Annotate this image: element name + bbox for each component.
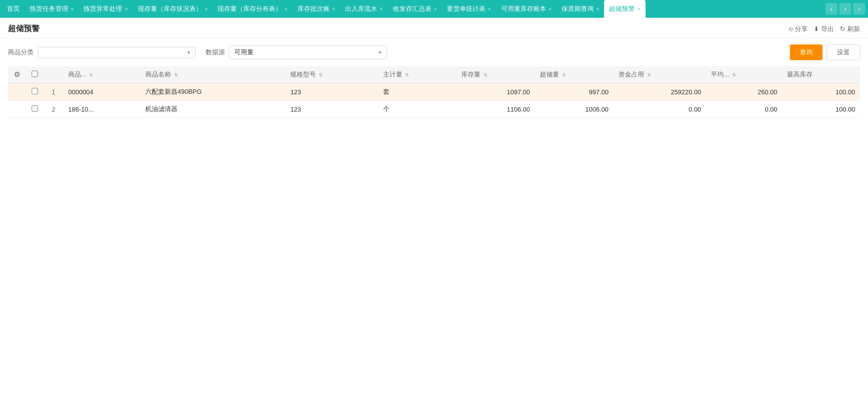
chevron-down-icon: ▾ <box>379 49 382 56</box>
close-icon[interactable]: × <box>596 6 599 12</box>
filter-bar: 商品分类 ▾ 数据源 可用量 ▾ 查询 设置 <box>0 39 868 66</box>
th-row-num <box>43 66 63 83</box>
nav-flow[interactable]: 出入库流水 × <box>340 0 388 18</box>
row-number: 2 <box>43 101 63 118</box>
datasource-filter-group: 数据源 可用量 ▾ <box>206 45 387 59</box>
overstock-table: ⚙ 商品... ⇅ 商品名称 ⇅ 规格型号 ⇅ <box>8 66 860 118</box>
nav-summary[interactable]: 收发存汇总表 × <box>388 0 442 18</box>
th-product-name[interactable]: 商品名称 ⇅ <box>140 66 285 83</box>
cell-overstock: 997.00 <box>535 83 613 101</box>
sort-icon: ⇅ <box>405 72 409 78</box>
close-icon[interactable]: × <box>71 6 74 12</box>
select-all-checkbox[interactable] <box>32 71 38 77</box>
th-avg[interactable]: 平均... ⇅ <box>706 66 782 83</box>
share-icon: ⎋ <box>789 25 793 33</box>
nav-available-stock[interactable]: 可用量库存账本 × <box>496 0 557 18</box>
sort-icon: ⇅ <box>89 72 93 78</box>
sort-icon: ⇅ <box>319 72 323 78</box>
nav-exception[interactable]: 拣货异常处理 × <box>79 0 132 18</box>
nav-task-mgmt[interactable]: 拣货任务管理 × <box>25 0 79 18</box>
nav-batch[interactable]: 库存批次账 × <box>293 0 340 18</box>
row-checkbox-cell <box>26 101 43 118</box>
datasource-select[interactable]: 可用量 ▾ <box>229 45 387 59</box>
close-icon[interactable]: × <box>488 6 491 12</box>
close-icon[interactable]: × <box>549 6 552 12</box>
th-overstock[interactable]: 超储量 ⇅ <box>535 66 613 83</box>
cell-product-code: 186-10... <box>63 101 140 118</box>
datasource-select-value: 可用量 <box>234 48 375 57</box>
row-checkbox[interactable] <box>32 105 38 112</box>
filter-actions: 查询 设置 <box>790 44 860 60</box>
page-header: 超储预警 ⎋ 分享 ⬇ 导出 ↻ 刷新 <box>0 18 868 39</box>
sort-icon: ⇅ <box>647 72 651 78</box>
cell-spec: 123 <box>285 101 378 118</box>
cell-stock: 1106.00 <box>456 101 535 118</box>
refresh-button[interactable]: ↻ 刷新 <box>840 25 860 34</box>
nav-next-button[interactable]: › <box>839 3 851 15</box>
nav-inventory-status[interactable]: 现存量（库存状况表） × <box>133 0 213 18</box>
close-icon[interactable]: × <box>380 6 383 12</box>
th-product-code[interactable]: 商品... ⇅ <box>63 66 140 83</box>
cell-max-stock: 100.00 <box>782 101 860 118</box>
th-stock[interactable]: 库存量 ⇅ <box>456 66 535 83</box>
cell-product-name: 六配套新昌490BPG <box>140 83 285 101</box>
row-checkbox[interactable] <box>32 88 38 94</box>
cell-avg: 0.00 <box>706 101 782 118</box>
cell-product-name: 机油滤清器 <box>140 101 285 118</box>
sort-icon: ⇅ <box>483 72 487 78</box>
settings-button[interactable]: 设置 <box>826 44 860 60</box>
top-navigation: 首页 拣货任务管理 × 拣货异常处理 × 现存量（库存状况表） × 现存量（库存… <box>0 0 868 18</box>
nav-home[interactable]: 首页 <box>2 0 25 18</box>
th-spec[interactable]: 规格型号 ⇅ <box>285 66 378 83</box>
refresh-icon: ↻ <box>840 25 845 33</box>
category-select[interactable]: ▾ <box>38 47 196 58</box>
row-checkbox-cell <box>26 83 43 101</box>
nav-more-button[interactable]: › <box>853 3 865 15</box>
close-icon[interactable]: × <box>284 6 287 12</box>
gear-icon[interactable]: ⚙ <box>14 70 20 79</box>
close-icon[interactable]: × <box>637 6 640 12</box>
cell-avg: 260.00 <box>706 83 782 101</box>
nav-expiry[interactable]: 保质期查询 × <box>557 0 604 18</box>
th-max-stock[interactable]: 最高库存 <box>782 66 860 83</box>
sort-icon: ⇅ <box>732 72 736 78</box>
table-row: 1 0000004 六配套新昌490BPG 123 套 1097.00 997.… <box>8 83 860 101</box>
category-filter-group: 商品分类 ▾ <box>8 47 196 58</box>
th-unit[interactable]: 主计量 ⇅ <box>378 66 457 83</box>
export-icon: ⬇ <box>814 25 819 33</box>
cell-max-stock: 100.00 <box>782 83 860 101</box>
nav-order-stats[interactable]: 要货单统计表 × <box>442 0 496 18</box>
th-capital[interactable]: 资金占用 ⇅ <box>613 66 706 83</box>
cell-capital: 0.00 <box>613 101 706 118</box>
nav-inventory-dist[interactable]: 现存量（库存分布表） × <box>213 0 292 18</box>
cell-product-code: 0000004 <box>63 83 140 101</box>
chevron-down-icon: ▾ <box>187 49 190 56</box>
sort-icon: ⇅ <box>562 72 566 78</box>
page-title: 超储预警 <box>8 24 40 34</box>
table-header-row: ⚙ 商品... ⇅ 商品名称 ⇅ 规格型号 ⇅ <box>8 66 860 83</box>
share-button[interactable]: ⎋ 分享 <box>789 25 808 34</box>
th-checkbox <box>26 66 43 83</box>
table-container: ⚙ 商品... ⇅ 商品名称 ⇅ 规格型号 ⇅ <box>0 66 868 118</box>
nav-prev-button[interactable]: ‹ <box>825 3 837 15</box>
th-settings: ⚙ <box>8 66 26 83</box>
nav-overstock[interactable]: 超储预警 × <box>604 0 645 18</box>
cell-unit: 套 <box>378 83 457 101</box>
close-icon[interactable]: × <box>332 6 335 12</box>
category-label: 商品分类 <box>8 48 34 57</box>
cell-capital: 259220.00 <box>613 83 706 101</box>
nav-arrows: ‹ › › <box>825 3 866 15</box>
row-number: 1 <box>43 83 63 101</box>
cell-unit: 个 <box>378 101 457 118</box>
row-settings-cell <box>8 83 26 101</box>
cell-overstock: 1006.00 <box>535 101 613 118</box>
row-settings-cell <box>8 101 26 118</box>
close-icon[interactable]: × <box>125 6 128 12</box>
close-icon[interactable]: × <box>205 6 208 12</box>
table-row: 2 186-10... 机油滤清器 123 个 1106.00 1006.00 … <box>8 101 860 118</box>
cell-stock: 1097.00 <box>456 83 535 101</box>
export-button[interactable]: ⬇ 导出 <box>814 25 834 34</box>
query-button[interactable]: 查询 <box>790 44 823 60</box>
close-icon[interactable]: × <box>434 6 437 12</box>
datasource-label: 数据源 <box>206 48 225 57</box>
